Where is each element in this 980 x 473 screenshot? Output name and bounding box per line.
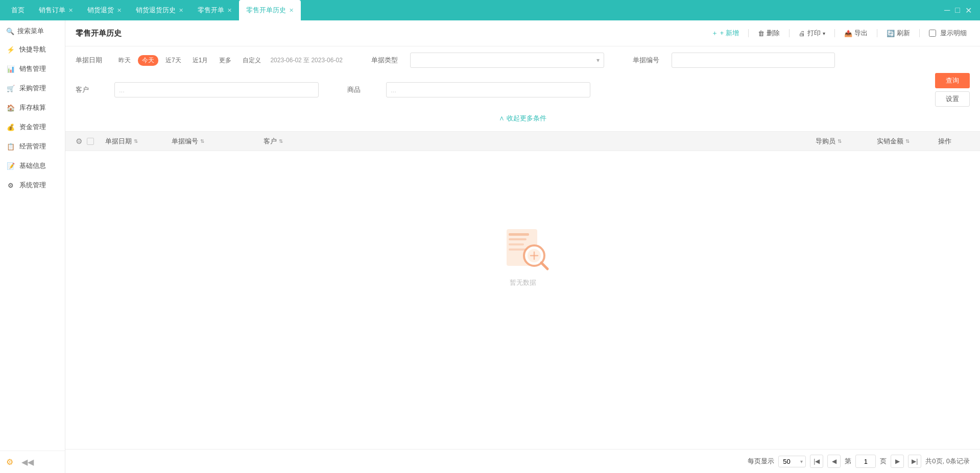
page-label: 第 [845,457,851,466]
th-num[interactable]: 单据编号 ⇅ [168,137,259,146]
date-1month[interactable]: 近1月 [188,55,212,66]
tab-close-retail-history[interactable]: ✕ [289,7,294,14]
page-suffix: 页 [880,457,887,466]
tab-close-sales-return-history[interactable]: ✕ [179,7,183,14]
order-type-select[interactable]: ▾ [410,53,604,68]
per-page-label: 每页显示 [748,457,774,466]
sidebar-item-system[interactable]: ⚙ 系统管理 [0,176,65,195]
tab-close-sales-return[interactable]: ✕ [117,7,122,14]
tab-close-retail-open[interactable]: ✕ [227,7,232,14]
tab-sales-return[interactable]: 销货退货 ✕ [80,0,129,20]
toolbar-divider-3 [834,29,835,37]
th-checkbox[interactable] [87,138,101,145]
toolbar-divider-1 [748,29,749,37]
sidebar-item-sales-mgmt[interactable]: 📊 销售管理 [0,59,65,79]
table-header: ⚙ 单据日期 ⇅ 单据编号 ⇅ 客户 ⇅ 导购员 [65,132,980,151]
sidebar-item-purchase-mgmt[interactable]: 🛒 采购管理 [0,79,65,98]
th-ops: 操作 [934,137,975,146]
th-settings[interactable]: ⚙ [70,137,87,146]
tab-sales-order[interactable]: 销售订单 ✕ [32,0,80,20]
filter-row-1: 单据日期 昨天 今天 近7天 近1月 更多 自定义 2023-06-02 至 2… [76,53,970,68]
page-input[interactable] [855,455,876,468]
th-guide[interactable]: 导购员 ⇅ [811,137,873,146]
sidebar-item-quick-nav[interactable]: ⚡ 快捷导航 [0,40,65,59]
sidebar-item-inventory[interactable]: 🏠 库存核算 [0,98,65,117]
date-custom[interactable]: 自定义 [238,55,265,66]
filter-dates: 昨天 今天 近7天 近1月 更多 自定义 2023-06-02 至 2023-0… [114,55,343,66]
page-prev-button[interactable]: ◀ [827,455,841,468]
close-button[interactable]: ✕ [965,6,972,15]
date-label: 单据日期 [76,56,106,65]
th-customer[interactable]: 客户 ⇅ [259,137,811,146]
page-total: 共0页, 0条记录 [925,457,970,466]
product-placeholder: ... [391,86,396,94]
delete-button[interactable]: 🗑 删除 [755,27,783,40]
sidebar-item-operations[interactable]: 📋 经营管理 [0,137,65,156]
tab-close-sales-order[interactable]: ✕ [68,7,73,14]
page-first-button[interactable]: |◀ [810,455,823,468]
date-yesterday[interactable]: 昨天 [114,55,135,66]
query-button[interactable]: 查询 [935,73,970,88]
export-button[interactable]: 📤 导出 [841,27,871,40]
select-all-checkbox[interactable] [87,138,94,145]
tab-retail-open[interactable]: 零售开单 ✕ [190,0,239,20]
collapse-sidebar-icon[interactable]: ◀◀ [21,457,34,467]
refresh-button[interactable]: 🔄 刷新 [883,27,913,40]
date-more[interactable]: 更多 [215,55,235,66]
page-next-button[interactable]: ▶ [891,455,904,468]
per-page-select[interactable]: 10 20 50 100 [778,456,806,467]
empty-illustration [497,219,554,275]
product-label: 商品 [347,85,378,94]
sort-customer-icon: ⇅ [279,138,283,144]
sidebar-item-basic-info[interactable]: 📝 基础信息 [0,156,65,176]
tab-sales-return-history[interactable]: 销货退货历史 ✕ [129,0,190,20]
filter-area: 单据日期 昨天 今天 近7天 近1月 更多 自定义 2023-06-02 至 2… [65,46,980,132]
column-settings-icon[interactable]: ⚙ [76,137,82,145]
export-icon: 📤 [844,30,852,37]
print-dropdown-icon: ▾ [823,31,825,36]
order-type-dropdown-icon: ▾ [596,57,600,64]
settings-bottom-icon[interactable]: ⚙ [6,457,13,467]
order-num-input[interactable] [672,53,835,68]
date-7days[interactable]: 近7天 [161,55,185,66]
empty-icon [497,219,548,270]
page-header: 零售开单历史 ＋ + 新增 🗑 删除 🖨 打印 ▾ [65,20,980,46]
customer-placeholder: ... [119,86,125,94]
add-button[interactable]: ＋ + 新增 [708,27,742,40]
display-detail-button[interactable]: 显示明细 [926,27,970,40]
filter-row-2: 客户 ... 商品 ... 查询 设置 [76,73,970,107]
product-select[interactable]: ... [386,82,590,97]
purchase-mgmt-icon: 🛒 [6,84,15,93]
sidebar-search[interactable]: 🔍 搜索菜单 [0,20,65,40]
minimize-button[interactable]: ─ [944,6,950,15]
search-icon: 🔍 [6,28,14,35]
th-amount[interactable]: 实销金额 ⇅ [873,137,934,146]
window-controls: ─ □ ✕ [944,6,976,15]
th-date[interactable]: 单据日期 ⇅ [101,137,168,146]
customer-label: 客户 [76,85,106,94]
customer-select[interactable]: ... [114,82,319,97]
maximize-button[interactable]: □ [955,6,960,15]
tab-home[interactable]: 首页 [4,0,32,20]
sales-mgmt-icon: 📊 [6,64,15,73]
system-icon: ⚙ [6,181,15,190]
print-button[interactable]: 🖨 打印 ▾ [796,27,828,40]
quick-nav-icon: ⚡ [6,45,15,54]
date-range-display: 2023-06-02 至 2023-06-02 [270,56,342,65]
add-icon: ＋ [711,29,718,38]
content-area: 零售开单历史 ＋ + 新增 🗑 删除 🖨 打印 ▾ [65,20,980,473]
svg-rect-1 [509,233,529,236]
order-type-label: 单据类型 [371,56,402,65]
page-last-button[interactable]: ▶| [908,455,921,468]
collapse-filter-button[interactable]: ∧ 收起更多条件 [76,112,970,125]
delete-icon: 🗑 [758,30,764,37]
sidebar-item-finance[interactable]: 💰 资金管理 [0,117,65,137]
inventory-icon: 🏠 [6,103,15,112]
pagination-bar: 每页显示 10 20 50 100 ▾ |◀ ◀ 第 页 ▶ ▶| 共0页, 0… [65,449,980,473]
display-detail-checkbox[interactable] [929,30,936,37]
tab-retail-history[interactable]: 零售开单历史 ✕ [239,0,301,20]
date-today[interactable]: 今天 [138,55,158,66]
settings-button[interactable]: 设置 [935,91,970,107]
toolbar-divider-4 [877,29,877,37]
toolbar-divider-5 [919,29,920,37]
